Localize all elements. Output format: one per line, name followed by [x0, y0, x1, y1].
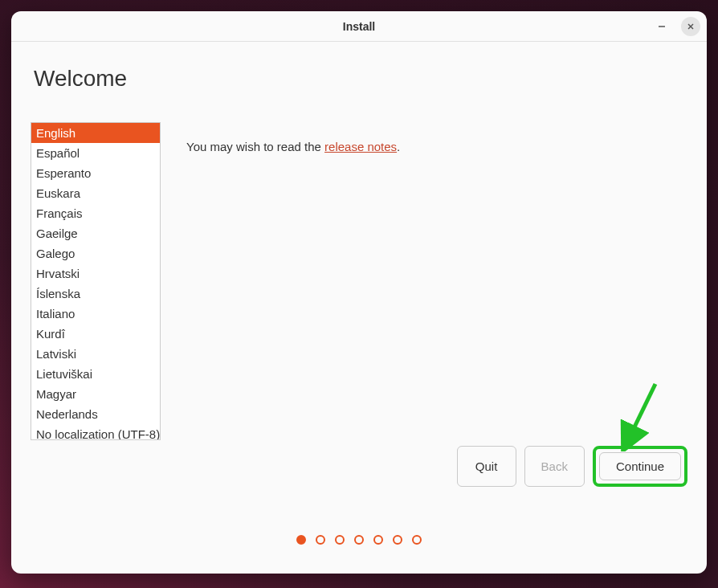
- language-item[interactable]: Kurdî: [31, 324, 160, 344]
- language-item[interactable]: Lietuviškai: [31, 364, 160, 384]
- quit-button[interactable]: Quit: [457, 446, 516, 487]
- language-item[interactable]: Gaeilge: [31, 223, 160, 243]
- main-row: EnglishEspañolEsperantoEuskaraFrançaisGa…: [31, 122, 687, 440]
- minimize-button[interactable]: [652, 17, 671, 36]
- progress-dot: [373, 535, 383, 545]
- language-item[interactable]: Español: [31, 143, 160, 163]
- info-prefix: You may wish to read the: [186, 140, 324, 153]
- progress-dot: [393, 535, 402, 545]
- window-controls: [652, 17, 700, 36]
- language-item[interactable]: No localization (UTF-8): [31, 424, 160, 440]
- language-item[interactable]: Galego: [31, 243, 160, 263]
- language-list[interactable]: EnglishEspañolEsperantoEuskaraFrançaisGa…: [31, 122, 161, 440]
- language-item[interactable]: Français: [31, 203, 160, 223]
- progress-dot: [354, 535, 364, 545]
- page-heading: Welcome: [34, 66, 687, 92]
- progress-dot: [335, 535, 345, 545]
- language-item[interactable]: Hrvatski: [31, 263, 160, 284]
- window-title: Install: [343, 20, 375, 33]
- language-item[interactable]: Latviski: [31, 344, 160, 364]
- info-pane: You may wish to read the release notes.: [186, 122, 687, 440]
- language-item[interactable]: Nederlands: [31, 404, 160, 424]
- language-item[interactable]: English: [31, 123, 160, 143]
- language-item[interactable]: Magyar: [31, 384, 160, 404]
- language-item[interactable]: Íslenska: [31, 284, 160, 304]
- language-item[interactable]: Italiano: [31, 304, 160, 324]
- titlebar: Install: [11, 11, 707, 42]
- back-button[interactable]: Back: [524, 446, 585, 487]
- progress-dot: [316, 535, 325, 545]
- installer-window: Install Welcome EnglishEspañolEsperantoE…: [11, 11, 707, 574]
- content-area: Welcome EnglishEspañolEsperantoEuskaraFr…: [11, 42, 707, 574]
- continue-button[interactable]: Continue: [599, 452, 681, 480]
- progress-dot: [412, 535, 422, 545]
- progress-dots: [296, 535, 422, 545]
- progress-dot: [296, 535, 306, 545]
- continue-highlight: Continue: [593, 446, 687, 487]
- release-notes-link[interactable]: release notes: [324, 140, 397, 153]
- button-row: Quit Back Continue: [457, 446, 687, 487]
- language-item[interactable]: Euskara: [31, 183, 160, 203]
- language-item[interactable]: Esperanto: [31, 163, 160, 183]
- info-suffix: .: [397, 140, 400, 153]
- close-button[interactable]: [681, 17, 700, 36]
